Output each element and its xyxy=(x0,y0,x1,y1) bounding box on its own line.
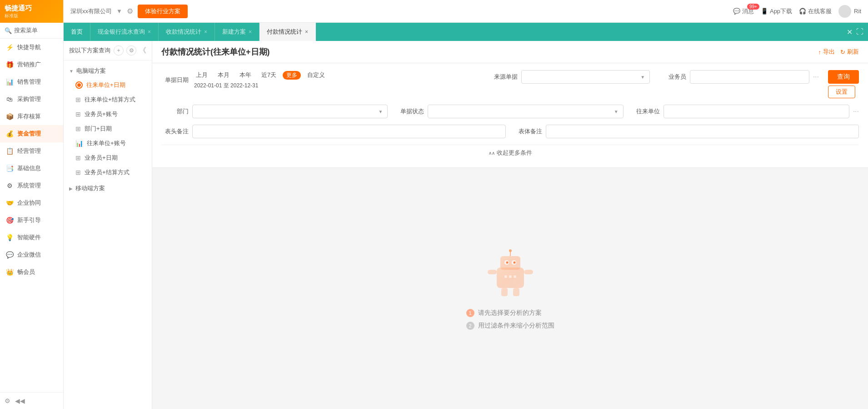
dept-select[interactable]: ▼ xyxy=(192,105,388,118)
message-btn[interactable]: 💬 消息 99+ xyxy=(733,7,754,15)
quick-nav-icon: ⚡ xyxy=(5,43,14,51)
sidebar-item-wechat[interactable]: 💬 企业微信 xyxy=(0,246,63,263)
scheme-group-pc-header[interactable]: ▼ 电脑端方案 xyxy=(64,64,152,78)
topbar: 深圳xx有限公司 ▼ ⚙ 体验行业方案 💬 消息 99+ 📱 App下载 🎧 在… xyxy=(64,0,868,23)
filter-area: 单据日期 上月 本月 本年 近7天 更多 自定义 2022-01-01 至 20… xyxy=(152,63,868,168)
sidebar-item-system[interactable]: ⚙ 系统管理 xyxy=(0,177,63,194)
scheme-item-unit-settle[interactable]: ⊞ 往来单位+结算方式 xyxy=(64,92,152,107)
expand-tab-btn[interactable]: ⛶ xyxy=(856,28,863,36)
tab-home-label: 首页 xyxy=(71,28,83,36)
table-icon: ⊞ xyxy=(75,169,81,176)
date-opt-this-month[interactable]: 本月 xyxy=(214,70,233,80)
salesman-dotdot[interactable]: ··· xyxy=(813,73,819,81)
sidebar-collapse-btn[interactable]: ◀◀ xyxy=(15,397,25,404)
sidebar-logo: 畅捷通巧 xyxy=(5,4,32,13)
tab-bank-close[interactable]: × xyxy=(148,29,151,35)
date-opt-7days[interactable]: 近7天 xyxy=(258,70,280,80)
search-menu-label: 搜索菜单 xyxy=(14,26,38,35)
scheme-item-salesman-acct[interactable]: ⊞ 业务员+账号 xyxy=(64,107,152,121)
sidebar-item-operations[interactable]: 📋 经营管理 xyxy=(0,142,63,160)
tab-receipt-close[interactable]: × xyxy=(204,29,207,35)
sidebar-item-label: 经营管理 xyxy=(17,147,41,155)
scheme-item-label: 往来单位+结算方式 xyxy=(85,96,135,104)
main-area: 深圳xx有限公司 ▼ ⚙ 体验行业方案 💬 消息 99+ 📱 App下载 🎧 在… xyxy=(64,0,868,409)
unit-input[interactable] xyxy=(663,105,849,118)
query-btn[interactable]: 查询 xyxy=(828,70,859,84)
status-select[interactable]: ▼ xyxy=(428,105,623,118)
filter-item-source: 来源单据 ▼ xyxy=(490,70,650,84)
date-range-value[interactable]: 2022-01-01 至 2022-12-31 xyxy=(194,82,329,90)
scheme-group-mobile-header[interactable]: ▶ 移动端方案 xyxy=(64,182,152,195)
sidebar-item-inventory[interactable]: 📦 库存核算 xyxy=(0,108,63,125)
collapse-conditions-btn[interactable]: ∧∧ 收起更多条件 xyxy=(489,149,532,157)
date-opt-more[interactable]: 更多 xyxy=(283,71,301,80)
body-note-input[interactable] xyxy=(546,125,859,138)
sidebar-item-quick-nav[interactable]: ⚡ 快捷导航 xyxy=(0,39,63,56)
date-opt-last-month[interactable]: 上月 xyxy=(192,70,211,80)
close-all-tabs-btn[interactable]: ✕ xyxy=(847,28,853,36)
sidebar-item-guide[interactable]: 🎯 新手引导 xyxy=(0,212,63,229)
scheme-item-unit-acct[interactable]: 📊 往来单位+账号 xyxy=(64,136,152,151)
source-select[interactable]: ▼ xyxy=(521,70,650,84)
scheme-group-arrow-icon: ▼ xyxy=(69,69,74,74)
scheme-item-dept-date[interactable]: ⊞ 部门+日期 xyxy=(64,121,152,136)
settings-btn[interactable]: 设置 xyxy=(828,86,855,98)
svg-point-5 xyxy=(513,262,515,264)
head-note-input[interactable] xyxy=(192,125,506,138)
table-icon: ⊞ xyxy=(75,96,81,103)
topbar-right: 💬 消息 99+ 📱 App下载 🎧 在线客服 Rit xyxy=(733,5,861,18)
sidebar-item-label: 系统管理 xyxy=(17,182,41,190)
sidebar-item-member[interactable]: 👑 畅会员 xyxy=(0,263,63,281)
sidebar-item-label: 营销推广 xyxy=(17,61,41,69)
sidebar-item-purchase[interactable]: 🛍 采购管理 xyxy=(0,91,63,108)
sidebar-header: 畅捷通巧 标准版 xyxy=(0,0,63,23)
tab-payment[interactable]: 付款情况统计 × xyxy=(259,23,316,41)
scheme-item-salesman-settle[interactable]: ⊞ 业务员+结算方式 xyxy=(64,165,152,180)
date-options: 上月 本月 本年 近7天 更多 自定义 xyxy=(192,70,329,80)
sidebar-item-hardware[interactable]: 💡 智能硬件 xyxy=(0,229,63,246)
online-service-btn[interactable]: 🎧 在线客服 xyxy=(799,7,832,15)
sidebar-sub: 标准版 xyxy=(5,13,32,19)
scheme-item-salesman-date[interactable]: ⊞ 业务员+日期 xyxy=(64,151,152,165)
sidebar-item-basic-info[interactable]: 📑 基础信息 xyxy=(0,160,63,177)
date-label: 单据日期 xyxy=(161,76,189,84)
guide-icon: 🎯 xyxy=(5,216,14,224)
sidebar-item-sales[interactable]: 📊 销售管理 xyxy=(0,73,63,91)
search-menu[interactable]: 🔍 搜索菜单 xyxy=(0,23,63,39)
tab-bank[interactable]: 现金银行流水查询 × xyxy=(90,23,159,41)
sidebar-item-label: 基础信息 xyxy=(17,164,41,172)
table-icon: ⊞ xyxy=(75,125,81,132)
dept-select-arrow: ▼ xyxy=(378,109,383,114)
collapse-panel-btn[interactable]: 《 xyxy=(139,46,146,56)
tab-home[interactable]: 首页 xyxy=(64,23,90,41)
refresh-btn[interactable]: ↻ 刷新 xyxy=(840,48,859,56)
app-icon: 📱 xyxy=(761,8,768,15)
tab-payment-close[interactable]: × xyxy=(305,29,308,35)
date-opt-this-year[interactable]: 本年 xyxy=(236,70,255,80)
sidebar-item-marketing[interactable]: 🎁 营销推广 xyxy=(0,56,63,73)
scheme-panel-actions: + ⚙ 《 xyxy=(114,45,146,56)
export-btn[interactable]: ↑ 导出 xyxy=(818,48,835,56)
empty-illustration xyxy=(483,247,538,302)
unit-dotdot[interactable]: ··· xyxy=(853,107,859,116)
manage-scheme-btn[interactable]: ⚙ xyxy=(126,45,136,56)
message-icon: 💬 xyxy=(733,8,740,15)
svg-rect-11 xyxy=(513,288,519,296)
salesman-input[interactable] xyxy=(690,70,809,84)
refresh-label: 刷新 xyxy=(847,48,859,56)
date-opt-custom[interactable]: 自定义 xyxy=(304,70,329,80)
scheme-item-label: 往来单位+日期 xyxy=(86,81,125,89)
add-scheme-btn[interactable]: + xyxy=(114,45,124,56)
tip-num-2: 2 xyxy=(466,322,474,330)
tab-new-scheme[interactable]: 新建方案 × xyxy=(215,23,259,41)
sidebar-settings-btn[interactable]: ⚙ xyxy=(5,397,10,404)
sidebar-item-finance[interactable]: 💰 资金管理 xyxy=(0,125,63,142)
tab-new-scheme-close[interactable]: × xyxy=(249,29,252,35)
message-badge: 99+ xyxy=(747,4,759,10)
topbar-settings-icon[interactable]: ⚙ xyxy=(127,7,133,15)
app-download-btn[interactable]: 📱 App下载 xyxy=(761,7,792,15)
trial-btn[interactable]: 体验行业方案 xyxy=(138,5,188,18)
scheme-item-unit-date[interactable]: 往来单位+日期 xyxy=(64,78,152,92)
tab-receipt[interactable]: 收款情况统计 × xyxy=(159,23,215,41)
sidebar-item-enterprise[interactable]: 🤝 企业协同 xyxy=(0,194,63,212)
